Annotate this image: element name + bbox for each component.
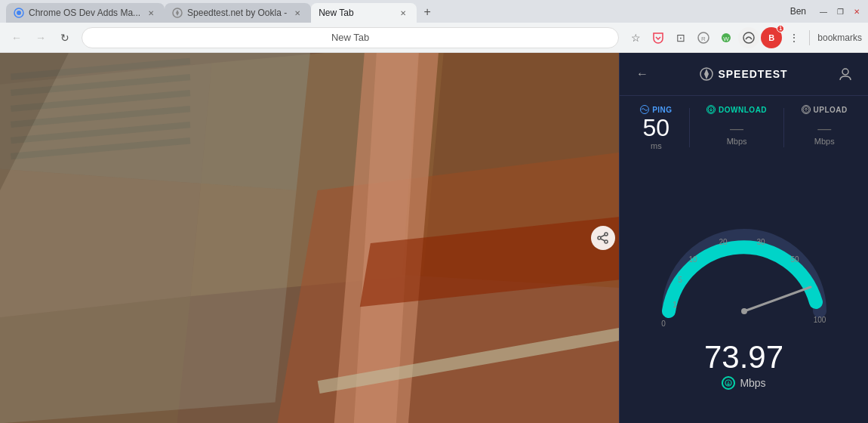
divider-2 bbox=[783, 108, 784, 147]
speedtest-logo-text: SPEEDTEST bbox=[718, 68, 787, 80]
upload-icon bbox=[802, 105, 811, 114]
tabs-area: Chrome OS Dev Adds Ma... ✕ Speedtest.net… bbox=[6, 0, 790, 23]
svg-text:R: R bbox=[701, 36, 706, 42]
screen-button[interactable]: ⊡ bbox=[670, 27, 691, 48]
ping-header: PING bbox=[640, 105, 672, 114]
svg-line-35 bbox=[601, 239, 605, 241]
tab2-favicon bbox=[172, 8, 183, 18]
ping-value: 50 bbox=[643, 116, 670, 140]
title-bar: Chrome OS Dev Adds Ma... ✕ Speedtest.net… bbox=[0, 0, 868, 23]
svg-point-37 bbox=[842, 69, 848, 75]
bookmark-button[interactable]: ☆ bbox=[625, 27, 646, 48]
speed-unit-row: Mbps bbox=[704, 376, 783, 390]
upload-header: UPLOAD bbox=[802, 105, 848, 114]
close-button[interactable]: ✕ bbox=[851, 6, 862, 17]
gauge-container: 0 1 5 10 20 30 50 100 73.97 bbox=[620, 156, 868, 423]
speed-number: 73.97 bbox=[704, 341, 783, 373]
ping-unit: ms bbox=[651, 141, 662, 150]
profile-button[interactable]: B 1 bbox=[761, 27, 782, 48]
back-button[interactable]: ← bbox=[6, 27, 27, 48]
maximize-button[interactable]: ❐ bbox=[835, 6, 845, 17]
window-controls: — ❐ ✕ bbox=[818, 6, 862, 17]
svg-text:100: 100 bbox=[813, 316, 826, 324]
svg-text:50: 50 bbox=[790, 255, 799, 264]
speedtest-header: ← SPEEDTEST bbox=[620, 53, 868, 96]
share-button[interactable] bbox=[591, 226, 615, 250]
speedtest-user-button[interactable] bbox=[835, 63, 856, 85]
ping-icon bbox=[640, 105, 649, 114]
download-unit: Mbps bbox=[727, 137, 747, 146]
extension2-button[interactable]: W bbox=[716, 27, 737, 48]
speed-unit: Mbps bbox=[740, 377, 765, 389]
tab3-close[interactable]: ✕ bbox=[397, 7, 409, 19]
svg-text:10: 10 bbox=[688, 255, 697, 264]
speed-download-icon bbox=[722, 376, 735, 390]
download-dash: — bbox=[730, 122, 743, 135]
metric-upload: UPLOAD — Mbps bbox=[802, 105, 848, 150]
svg-text:30: 30 bbox=[756, 238, 765, 246]
upload-label: UPLOAD bbox=[814, 106, 848, 114]
metric-ping: PING 50 ms bbox=[640, 105, 672, 150]
speedtest-panel: ← SPEEDTEST bbox=[619, 53, 868, 423]
reload-button[interactable]: ↻ bbox=[54, 27, 75, 48]
address-bar[interactable]: New Tab bbox=[82, 27, 619, 48]
svg-text:0: 0 bbox=[661, 320, 666, 328]
svg-point-7 bbox=[743, 32, 754, 43]
download-icon bbox=[706, 105, 716, 114]
speedtest-back-button[interactable]: ← bbox=[632, 63, 653, 85]
address-text: New Tab bbox=[90, 32, 611, 43]
new-tab-button[interactable]: + bbox=[417, 2, 438, 23]
svg-point-41 bbox=[741, 308, 747, 314]
upload-unit: Mbps bbox=[814, 137, 835, 146]
tab3-title: New Tab bbox=[319, 8, 392, 18]
svg-line-34 bbox=[601, 235, 605, 237]
toolbar-right: ☆ ⊡ R W B 1 ⋮ bookmarks bbox=[625, 27, 862, 48]
upload-dash: — bbox=[817, 122, 831, 135]
speed-result: 73.97 Mbps bbox=[704, 341, 783, 390]
user-name: Ben bbox=[790, 6, 806, 17]
download-label: DOWNLOAD bbox=[719, 106, 767, 114]
tab-chrome-os[interactable]: Chrome OS Dev Adds Ma... ✕ bbox=[6, 3, 165, 23]
svg-line-40 bbox=[744, 287, 811, 311]
svg-text:1: 1 bbox=[673, 301, 677, 309]
svg-text:W: W bbox=[724, 36, 730, 42]
tab1-close[interactable]: ✕ bbox=[145, 7, 157, 19]
tab1-favicon bbox=[14, 8, 24, 18]
pocket-button[interactable] bbox=[648, 27, 669, 48]
toolbar: ← → ↻ New Tab ☆ ⊡ R W B 1 ⋮ bbox=[0, 23, 868, 53]
speedtest-logo: SPEEDTEST bbox=[700, 67, 787, 81]
bookmarks-label: bookmarks bbox=[817, 32, 862, 43]
svg-point-1 bbox=[17, 11, 21, 15]
browser-frame: Chrome OS Dev Adds Ma... ✕ Speedtest.net… bbox=[0, 0, 868, 423]
extension1-button[interactable]: R bbox=[693, 27, 714, 48]
svg-text:5: 5 bbox=[678, 276, 682, 284]
tab2-title: Speedtest.net by Ookla - bbox=[187, 8, 287, 18]
svg-text:20: 20 bbox=[719, 238, 728, 246]
speedtest-ext-button[interactable] bbox=[738, 27, 759, 48]
divider-1 bbox=[689, 108, 690, 147]
forward-button[interactable]: → bbox=[30, 27, 51, 48]
content-area: ← SPEEDTEST bbox=[0, 53, 868, 423]
svg-marker-16 bbox=[0, 169, 297, 423]
gauge-svg: 0 1 5 10 20 30 50 100 bbox=[646, 183, 842, 349]
metric-download: DOWNLOAD — Mbps bbox=[706, 105, 767, 150]
tab-new[interactable]: New Tab ✕ bbox=[311, 3, 417, 23]
menu-button[interactable]: ⋮ bbox=[783, 27, 805, 48]
tab2-close[interactable]: ✕ bbox=[291, 7, 303, 19]
speedtest-metrics: PING 50 ms DOWNLOA bbox=[620, 96, 868, 156]
ping-label: PING bbox=[652, 106, 672, 114]
download-header: DOWNLOAD bbox=[706, 105, 767, 114]
tab1-title: Chrome OS Dev Adds Ma... bbox=[29, 8, 140, 18]
minimize-button[interactable]: — bbox=[818, 6, 829, 17]
tab-speedtest[interactable]: Speedtest.net by Ookla - ✕ bbox=[165, 3, 311, 23]
